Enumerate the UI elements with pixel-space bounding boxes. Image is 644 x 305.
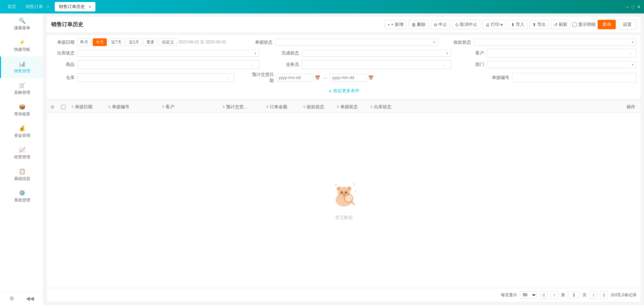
sidebar-item-quick-nav-label: 快捷导航	[14, 47, 30, 52]
department-arrow: ▾	[632, 63, 634, 67]
th-warehouse-status: ⇅ 出库状态	[368, 104, 401, 110]
add-button[interactable]: + + 新增	[384, 20, 406, 29]
sort-icon-customer[interactable]: ⇅	[162, 105, 165, 109]
query-button[interactable]: 查询	[598, 20, 616, 29]
voucher-status-select[interactable]: ▾	[275, 39, 438, 46]
settings-button[interactable]: 设置	[618, 20, 637, 30]
date-more-btn[interactable]: 更多	[143, 38, 158, 46]
maximize-icon[interactable]: □	[632, 4, 634, 9]
collapse-button[interactable]: ∧ 收起更多条件	[329, 86, 359, 95]
salesperson-select-btn[interactable]: ···	[442, 62, 448, 67]
expected-delivery-to-input[interactable]	[330, 74, 367, 82]
th-order-status: ⇅ 单据状态	[334, 104, 368, 110]
tab-home[interactable]: 首页	[3, 2, 20, 11]
page-label: 页	[583, 292, 587, 298]
display-detail-checkbox[interactable]: 显示明细	[572, 22, 596, 28]
basic-info-icon: 📋	[19, 168, 26, 175]
th-settings: ⚙	[47, 105, 58, 110]
sort-icon[interactable]: ⇅	[71, 105, 74, 109]
import-button[interactable]: ⬇ 导入	[508, 20, 527, 29]
sidebar-item-sales-mgmt[interactable]: 📊 销售管理	[0, 56, 43, 78]
refresh-button[interactable]: ↺ 刷新	[551, 20, 570, 29]
th-date: ⇅ 单据日期	[69, 104, 105, 110]
calendar-from-icon[interactable]: 📅	[315, 75, 320, 80]
main-layout: 🔍 搜索菜单 ⚡ 快捷导航 📊 销售管理 🛒 采购管理 📦 库存核算 💰 资金管…	[0, 13, 644, 305]
sidebar-item-purchase-mgmt-label: 采购管理	[14, 90, 30, 96]
sidebar-item-quick-nav[interactable]: ⚡ 快捷导航	[0, 35, 43, 56]
date-custom-btn[interactable]: 自定义	[159, 38, 177, 46]
sidebar-item-purchase-mgmt[interactable]: 🛒 采购管理	[0, 78, 43, 100]
per-page-select[interactable]: 20 50 100 200	[520, 291, 537, 299]
print-button[interactable]: 🖨 打印 ▾	[482, 20, 506, 29]
tab-sales-order-history[interactable]: 销售订单历史 ✕	[55, 2, 95, 11]
tab-sales-order-history-close[interactable]: ✕	[88, 5, 91, 9]
product-select-btn[interactable]: ···	[250, 62, 256, 67]
tab-home-label: 首页	[7, 4, 16, 10]
calendar-to-icon[interactable]: 📅	[368, 75, 374, 80]
sidebar-item-inventory-label: 库存核算	[14, 111, 30, 117]
warehouse-select-btn[interactable]: ···	[224, 75, 231, 80]
date-yesterday-btn[interactable]: 昨天	[77, 38, 91, 46]
content-area: 销售订单历史 + + 新增 🗑 删除 ⊘ 中止 ⊙ 取消中止	[44, 13, 644, 305]
display-detail-input[interactable]	[572, 23, 577, 27]
customer-select-btn[interactable]: ···	[627, 50, 634, 56]
svg-text:✦: ✦	[353, 189, 357, 193]
prev-page-btn[interactable]: ⟨	[550, 291, 558, 299]
voucher-date-label: 单据日期	[51, 39, 75, 45]
tab-sales-order[interactable]: 销售订单 ✕	[22, 2, 53, 11]
department-select[interactable]: ▾	[487, 61, 637, 68]
tab-sales-order-close[interactable]: ✕	[46, 5, 49, 9]
delivery-status-select[interactable]: ▾	[77, 50, 259, 57]
table-settings-icon[interactable]: ⚙	[50, 105, 54, 110]
sort-icon-delivery[interactable]: ⇅	[222, 105, 225, 109]
warehouse-label: 仓库	[51, 75, 75, 81]
next-page-btn[interactable]: ⟩	[589, 291, 597, 299]
svg-point-4	[337, 187, 340, 190]
sidebar-item-inventory[interactable]: 📦 库存核算	[0, 100, 43, 121]
th-amount: ⇅ 订单金额	[263, 104, 300, 110]
page-text: 第	[561, 292, 565, 298]
volume-icon[interactable]: ◀◀	[26, 295, 34, 302]
sort-icon-order[interactable]: ⇅	[337, 105, 339, 109]
date-today-btn[interactable]: 今天	[93, 38, 107, 46]
empty-text: 暂无数据	[335, 215, 353, 221]
sort-icon-no[interactable]: ⇅	[108, 105, 111, 109]
expected-delivery-from-input[interactable]	[276, 74, 313, 82]
sort-icon-payment[interactable]: ⇅	[303, 105, 306, 109]
completion-status-select[interactable]: ▾	[302, 50, 452, 57]
date-7days-btn[interactable]: 近7天	[108, 38, 125, 46]
stop-button[interactable]: ⊘ 中止	[431, 20, 450, 29]
close-icon[interactable]: ✕	[637, 4, 641, 9]
sidebar-item-capital-label: 资金管理	[14, 133, 30, 139]
settings-icon[interactable]: ⚙	[9, 295, 14, 302]
sort-icon-warehouse[interactable]: ⇅	[370, 105, 373, 109]
last-page-btn[interactable]: ⟩⟩	[600, 291, 608, 299]
sidebar-item-operations[interactable]: 📈 经营管理	[0, 143, 43, 164]
select-all-checkbox[interactable]	[61, 105, 66, 109]
sidebar-item-sys-mgmt[interactable]: ⚙️ 系统管理	[0, 186, 43, 207]
print-arrow-icon: ▾	[501, 22, 503, 27]
completion-status-label: 完成状态	[275, 50, 299, 56]
export-button[interactable]: ⬆ 导出	[529, 20, 549, 29]
sidebar-item-capital[interactable]: 💰 资金管理	[0, 121, 43, 143]
expected-delivery-to: 📅	[330, 74, 374, 82]
cancel-stop-button[interactable]: ⊙ 取消中止	[452, 20, 480, 29]
payment-status-select[interactable]: ▾	[474, 39, 637, 46]
minimize-icon[interactable]: ─	[626, 4, 629, 9]
delete-button[interactable]: 🗑 删除	[409, 20, 429, 29]
th-operation: 操作	[401, 104, 641, 110]
svg-line-15	[351, 201, 354, 204]
page-title: 销售订单历史	[51, 21, 83, 28]
voucher-status-label: 单据状态	[249, 39, 272, 45]
sidebar-item-search-menu[interactable]: 🔍 搜索菜单	[0, 13, 43, 35]
page-input[interactable]	[568, 292, 580, 298]
empty-illustration: ✦ ✦ ✦	[329, 180, 359, 211]
first-page-btn[interactable]: ⟨⟨	[540, 291, 548, 299]
inventory-icon: 📦	[19, 104, 26, 110]
table-area: ⚙ ⇅ 单据日期 ⇅ 单据编号 ⇅ 客户 ⇅	[47, 101, 641, 302]
sidebar-item-basic-info[interactable]: 📋 基础信息	[0, 164, 43, 186]
delivery-status-arrow: ▾	[255, 51, 256, 55]
date-1month-btn[interactable]: 近1月	[126, 38, 142, 46]
sort-icon-amount[interactable]: ⇅	[266, 105, 269, 109]
th-delivery: ⇅ 预计交货...	[220, 104, 263, 110]
